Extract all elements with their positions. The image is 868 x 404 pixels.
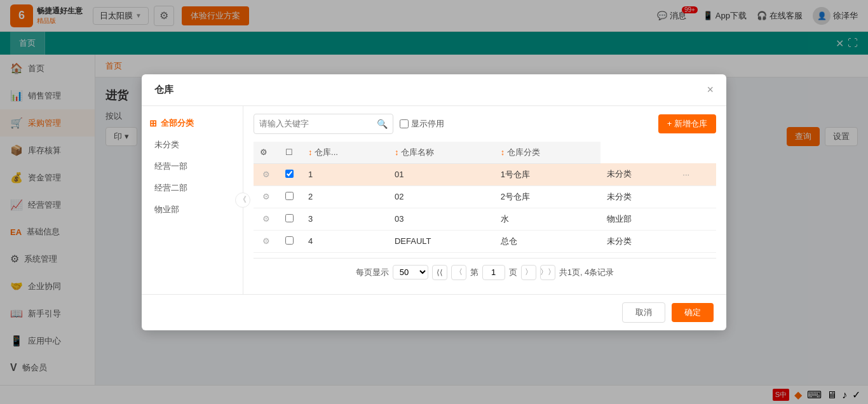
show-disabled-text: 显示停用 — [411, 118, 444, 130]
row-more[interactable]: ··· — [676, 163, 716, 185]
cancel-button[interactable]: 取消 — [622, 302, 665, 323]
last-page-button[interactable]: 〉〉 — [540, 265, 555, 280]
col-name: ↕ 仓库名称 — [388, 142, 494, 164]
row-checkbox[interactable] — [279, 230, 302, 252]
row-more[interactable] — [676, 185, 716, 208]
confirm-button[interactable]: 确定 — [672, 303, 714, 322]
total-records-label: 共1页, 4条记录 — [559, 267, 614, 278]
col-code: ↕ 仓库... — [302, 142, 388, 164]
modal-header: 仓库 × — [142, 74, 726, 106]
table-row[interactable]: ⚙ 4 DEFAULT 总仓 未分类 — [254, 230, 716, 252]
row-name: 2号仓库 — [494, 185, 600, 208]
row-checkbox[interactable] — [279, 163, 302, 185]
page-number-input[interactable] — [482, 265, 505, 280]
page-size-select[interactable]: 50 20 100 — [393, 265, 428, 279]
prev-page-button[interactable]: 〈 — [451, 265, 466, 280]
warehouse-table: ⚙ ☐ ↕ 仓库... ↕ 仓库名称 ↕ 仓库分类 — [254, 142, 716, 253]
col-checkbox: ☐ — [279, 142, 302, 164]
page-label-post: 页 — [509, 267, 517, 278]
show-disabled-checkbox[interactable] — [400, 119, 409, 128]
row-index: 3 — [302, 208, 388, 230]
row-more[interactable] — [676, 230, 716, 252]
modal-toolbar: 🔍 显示停用 + 新增仓库 — [254, 114, 716, 134]
warehouse-modal: 仓库 × ⊞ 全部分类 未分类 经营一部 经营二部 物业部 《 — [142, 74, 726, 330]
page-word: 第 — [470, 267, 478, 278]
row-gear: ⚙ — [254, 163, 279, 185]
search-icon: 🔍 — [377, 119, 388, 129]
sidebar-category-dept1[interactable]: 经营一部 — [142, 156, 243, 177]
row-name: 1号仓库 — [494, 163, 600, 185]
row-more[interactable] — [676, 208, 716, 230]
modal-close-button[interactable]: × — [707, 83, 714, 97]
row-name: 水 — [494, 208, 600, 230]
modal-title: 仓库 — [154, 84, 173, 96]
table-row[interactable]: ⚙ 2 02 2号仓库 未分类 — [254, 185, 716, 208]
sidebar-category-dept2[interactable]: 经营二部 — [142, 177, 243, 199]
row-category: 未分类 — [600, 185, 677, 208]
sidebar-collapse-button[interactable]: 《 — [235, 192, 250, 208]
modal-overlay: 仓库 × ⊞ 全部分类 未分类 经营一部 经营二部 物业部 《 — [0, 0, 868, 404]
modal-footer: 取消 确定 — [142, 294, 726, 330]
row-code: DEFAULT — [388, 230, 494, 252]
all-categories-item[interactable]: ⊞ 全部分类 — [142, 112, 243, 134]
col-category: ↕ 仓库分类 — [494, 142, 600, 164]
row-code: 02 — [388, 185, 494, 208]
grid-icon: ⊞ — [149, 118, 157, 128]
modal-body: ⊞ 全部分类 未分类 经营一部 经营二部 物业部 《 🔍 — [142, 106, 726, 294]
row-index: 4 — [302, 230, 388, 252]
row-index: 1 — [302, 163, 388, 185]
first-page-button[interactable]: ⟨⟨ — [432, 265, 447, 280]
next-page-button[interactable]: 〉 — [521, 265, 536, 280]
search-input[interactable] — [259, 119, 377, 128]
row-checkbox[interactable] — [279, 208, 302, 230]
row-code: 01 — [388, 163, 494, 185]
sidebar-category-property[interactable]: 物业部 — [142, 199, 243, 220]
table-row[interactable]: ⚙ 1 01 1号仓库 未分类 ··· — [254, 163, 716, 185]
row-gear: ⚙ — [254, 185, 279, 208]
row-name: 总仓 — [494, 230, 600, 252]
modal-sidebar: ⊞ 全部分类 未分类 经营一部 经营二部 物业部 《 — [142, 106, 243, 294]
row-gear: ⚙ — [254, 208, 279, 230]
modal-main: 🔍 显示停用 + 新增仓库 ⚙ ☐ — [243, 106, 726, 294]
row-checkbox[interactable] — [279, 185, 302, 208]
sidebar-category-unclassified[interactable]: 未分类 — [142, 134, 243, 156]
row-category: 未分类 — [600, 163, 677, 185]
col-gear: ⚙ — [254, 142, 279, 164]
search-box: 🔍 — [254, 114, 393, 134]
show-disabled-label[interactable]: 显示停用 — [400, 118, 444, 130]
row-category: 物业部 — [600, 208, 677, 230]
row-code: 03 — [388, 208, 494, 230]
table-row[interactable]: ⚙ 3 03 水 物业部 — [254, 208, 716, 230]
row-gear: ⚙ — [254, 230, 279, 252]
row-category: 未分类 — [600, 230, 677, 252]
add-warehouse-button[interactable]: + 新增仓库 — [658, 114, 716, 133]
table-header-row: ⚙ ☐ ↕ 仓库... ↕ 仓库名称 ↕ 仓库分类 — [254, 142, 716, 164]
pagination: 每页显示 50 20 100 ⟨⟨ 〈 页 第 页 〉 〉〉 共1页, 4条记录 — [254, 258, 716, 286]
all-categories-label: 全部分类 — [161, 118, 194, 129]
per-page-label: 每页显示 — [356, 267, 389, 278]
row-index: 2 — [302, 185, 388, 208]
